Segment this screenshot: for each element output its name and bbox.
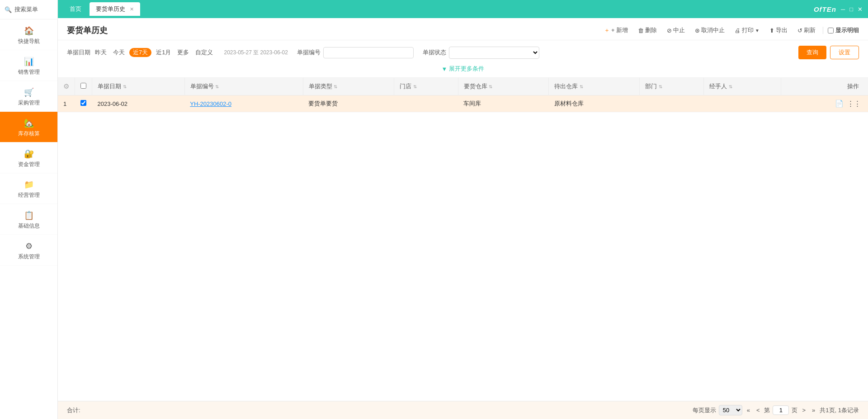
date-more[interactable]: 更多 xyxy=(175,48,191,57)
settings-button[interactable]: 设置 xyxy=(830,46,859,59)
print-icon: 🖨 xyxy=(735,27,741,34)
th-settings: ⚙ xyxy=(58,78,75,95)
th-handler-label: 经手人 xyxy=(709,83,727,90)
print-button[interactable]: 🖨 打印 ▼ xyxy=(732,24,762,36)
expand-more-button[interactable]: ▼ 展开更多条件 xyxy=(442,63,485,75)
top-bar: 首页 要货单历史 ✕ OfTEn ─ □ ✕ xyxy=(58,0,868,18)
quick-nav-icon: 🏠 xyxy=(24,26,34,36)
show-detail-checkbox[interactable] xyxy=(828,28,834,33)
expand-label: 展开更多条件 xyxy=(449,65,484,73)
sidebar-item-label: 资金管理 xyxy=(18,161,40,168)
sidebar-item-sales[interactable]: 📊 销售管理 xyxy=(0,50,57,81)
date-7days[interactable]: 近7天 xyxy=(129,48,151,57)
row-doc-type: 要货单要货 xyxy=(303,95,394,112)
last-page-button[interactable]: » xyxy=(810,406,817,414)
th-dept[interactable]: 部门 xyxy=(640,78,704,95)
delete-icon: 🗑 xyxy=(638,27,644,34)
th-handler[interactable]: 经手人 xyxy=(704,78,781,95)
page-title: 要货单历史 xyxy=(67,25,108,36)
date-1month[interactable]: 近1月 xyxy=(154,48,173,57)
cancel-suspend-button[interactable]: ⊛ 取消中止 xyxy=(692,24,727,36)
sidebar-item-operation[interactable]: 📁 经营管理 xyxy=(0,173,57,204)
sidebar-item-finance[interactable]: 🔐 资金管理 xyxy=(0,143,57,173)
export-button[interactable]: ⬆ 导出 xyxy=(767,24,790,36)
doc-no-input[interactable] xyxy=(323,47,414,58)
doc-no-label: 单据编号 xyxy=(297,48,321,57)
cancel-suspend-icon: ⊛ xyxy=(695,27,700,34)
top-bar-right: OfTEn ─ □ ✕ xyxy=(814,5,863,13)
refresh-icon: ↺ xyxy=(797,27,802,34)
status-select[interactable] xyxy=(449,47,539,59)
th-doc-no[interactable]: 单据编号 xyxy=(184,78,303,95)
row-more-icon[interactable]: ⋮⋮ xyxy=(847,100,861,108)
window-close[interactable]: ✕ xyxy=(858,6,863,13)
row-doc-no[interactable]: YH-20230602-0 xyxy=(184,95,303,112)
sidebar-item-label: 库存核算 xyxy=(18,130,40,138)
expand-icon: ▼ xyxy=(442,66,448,72)
th-checkbox xyxy=(75,78,92,95)
cancel-suspend-label: 取消中止 xyxy=(701,26,725,34)
date-label: 单据日期 xyxy=(67,48,90,57)
th-pending-warehouse[interactable]: 待出仓库 xyxy=(549,78,640,95)
sidebar-search-label: 搜索菜单 xyxy=(14,5,38,14)
row-handler xyxy=(704,95,781,112)
next-page-button[interactable]: > xyxy=(800,406,807,414)
th-store[interactable]: 门店 xyxy=(394,78,458,95)
first-page-button[interactable]: « xyxy=(745,406,752,414)
table-settings-icon[interactable]: ⚙ xyxy=(63,82,69,90)
sidebar-item-inventory[interactable]: 🏡 库存核算 xyxy=(0,112,57,143)
total-info: 共1页, 1条记录 xyxy=(820,406,859,414)
th-doc-type[interactable]: 单据类型 xyxy=(303,78,394,95)
date-yesterday[interactable]: 昨天 xyxy=(93,48,108,57)
sidebar-item-purchase[interactable]: 🛒 采购管理 xyxy=(0,81,57,112)
row-doc-no-link[interactable]: YH-20230602-0 xyxy=(190,100,231,107)
date-custom[interactable]: 自定义 xyxy=(193,48,215,57)
page-input[interactable] xyxy=(773,405,789,415)
system-icon: ⚙ xyxy=(25,241,33,251)
new-label: + 新增 xyxy=(611,26,628,34)
date-range-text: 2023-05-27 至 2023-06-02 xyxy=(224,49,288,57)
date-today[interactable]: 今天 xyxy=(111,48,127,57)
sidebar-item-label: 系统管理 xyxy=(18,253,40,261)
new-icon: ＋ xyxy=(604,26,610,34)
filter-bar: 单据日期 昨天 今天 近7天 近1月 更多 自定义 2023-05-27 至 2… xyxy=(58,40,868,78)
th-req-warehouse[interactable]: 要货仓库 xyxy=(458,78,548,95)
sidebar-item-system[interactable]: ⚙ 系统管理 xyxy=(0,235,57,266)
row-checkbox[interactable] xyxy=(80,100,86,106)
row-edit-icon[interactable]: 📄 xyxy=(835,100,844,108)
page-unit: 页 xyxy=(792,406,797,414)
tab-close-icon[interactable]: ✕ xyxy=(130,6,134,12)
date-filter: 单据日期 昨天 今天 近7天 近1月 更多 自定义 xyxy=(67,48,215,57)
tab-requisition-history[interactable]: 要货单历史 ✕ xyxy=(90,2,140,16)
doc-no-filter: 单据编号 xyxy=(297,47,414,58)
sidebar-item-quick-nav[interactable]: 🏠 快捷导航 xyxy=(0,19,57,50)
sidebar-item-label: 基础信息 xyxy=(18,222,40,230)
print-dropdown-icon[interactable]: ▼ xyxy=(755,28,760,33)
tab-home[interactable]: 首页 xyxy=(63,2,88,16)
window-minimize[interactable]: ─ xyxy=(841,6,845,13)
filter-row-1: 单据日期 昨天 今天 近7天 近1月 更多 自定义 2023-05-27 至 2… xyxy=(67,46,859,59)
row-req-warehouse: 车间库 xyxy=(458,95,548,112)
sidebar-search[interactable]: 🔍 搜索菜单 xyxy=(0,0,57,19)
sidebar-item-label: 采购管理 xyxy=(18,99,40,107)
th-doc-date-label: 单据日期 xyxy=(98,83,121,90)
select-all-checkbox[interactable] xyxy=(80,83,86,89)
th-dept-label: 部门 xyxy=(645,83,657,90)
query-button[interactable]: 查询 xyxy=(798,46,826,59)
tab-home-label: 首页 xyxy=(70,5,81,13)
th-doc-type-label: 单据类型 xyxy=(309,83,332,90)
table-footer: 合计: 每页显示 20 50 100 200 « < 第 页 > » 共1页, … xyxy=(58,401,868,419)
th-doc-date[interactable]: 单据日期 xyxy=(92,78,185,95)
new-button[interactable]: ＋ + 新增 xyxy=(601,24,631,36)
window-maximize[interactable]: □ xyxy=(849,6,853,13)
tab-requisition-label: 要货单历史 xyxy=(96,5,125,13)
delete-button[interactable]: 🗑 删除 xyxy=(635,24,660,36)
sidebar-item-basic[interactable]: 📋 基础信息 xyxy=(0,204,57,235)
refresh-button[interactable]: ↺ 刷新 xyxy=(795,24,818,36)
per-page-select[interactable]: 20 50 100 200 xyxy=(719,405,742,415)
show-detail-toggle[interactable]: 显示明细 xyxy=(828,26,859,34)
inventory-icon: 🏡 xyxy=(24,118,34,128)
th-doc-no-label: 单据编号 xyxy=(190,83,214,90)
suspend-button[interactable]: ⊘ 中止 xyxy=(664,24,688,36)
prev-page-button[interactable]: < xyxy=(755,406,762,414)
